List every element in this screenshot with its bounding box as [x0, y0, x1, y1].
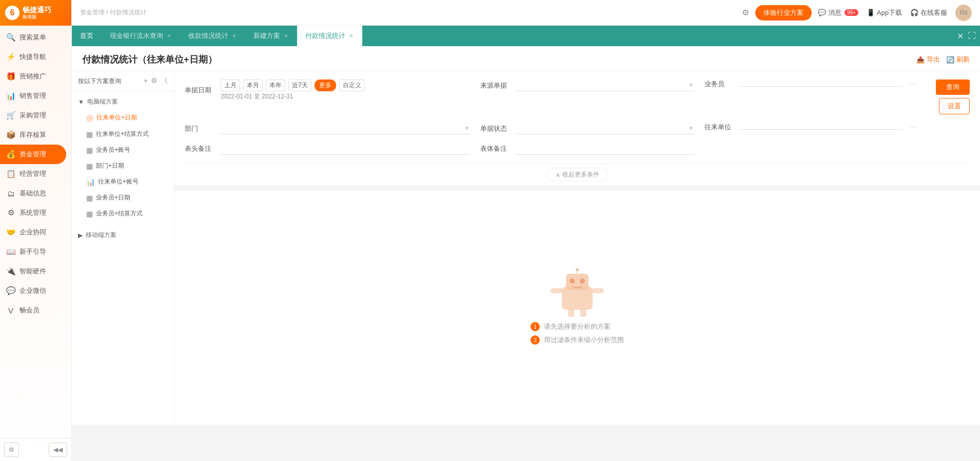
- salesman-select[interactable]: [740, 82, 903, 87]
- refresh-button[interactable]: 🔄 刷新: [946, 55, 970, 64]
- settings-button[interactable]: 设置: [939, 98, 970, 114]
- voucher-date-field: 单据日期 上月 本月 本年 近7天 更多 自定义 20: [185, 79, 470, 101]
- step-1-text: 请先选择要分析的方案: [544, 320, 611, 333]
- sidebar-item-weixin[interactable]: 💬 企业微信: [0, 281, 71, 300]
- sidebar-item-label: 经营管理: [19, 169, 46, 178]
- step-1-num: 1: [531, 322, 540, 331]
- customer-service-label: 在线客服: [920, 8, 947, 17]
- sidebar-item-inventory[interactable]: 📦 库存核算: [0, 125, 71, 145]
- sidebar-item-collab[interactable]: 🤝 企业协同: [0, 223, 71, 242]
- counterpart-select[interactable]: [740, 125, 903, 130]
- query-button[interactable]: 查询: [936, 79, 970, 95]
- svg-point-2: [570, 278, 575, 284]
- sidebar-item-hardware[interactable]: 🔌 智能硬件: [0, 262, 71, 281]
- sidebar-item-basicinfo[interactable]: 🗂 基础信息: [0, 184, 71, 203]
- tab-cashflow-close[interactable]: ×: [166, 31, 172, 41]
- schema-item-counterpart-settlement[interactable]: ▦ 往来单位+结算方式: [72, 126, 174, 142]
- left-panel-title: 按以下方案查询: [78, 77, 121, 86]
- schema-item-label: 部门+日期: [96, 162, 124, 170]
- schema-item-staff-date[interactable]: ▦ 业务员+日期: [72, 190, 174, 206]
- export-button[interactable]: 📤 导出: [916, 55, 940, 64]
- customer-service-action[interactable]: 🎧 在线客服: [910, 8, 947, 17]
- sidebar-item-search[interactable]: 🔍 搜索菜单: [0, 28, 71, 47]
- schema-item-counterpart-date[interactable]: ◎ 往来单位+日期: [72, 109, 174, 126]
- trial-button[interactable]: 体验行业方案: [755, 5, 812, 21]
- user-avatar[interactable]: Rit: [955, 5, 972, 21]
- schema-item-staff-account[interactable]: ▦ 业务员+账号: [72, 142, 174, 158]
- svg-point-9: [576, 269, 579, 271]
- more-btn[interactable]: 更多: [315, 79, 336, 91]
- page-header-actions: 📤 导出 🔄 刷新: [916, 55, 970, 64]
- add-schema-button[interactable]: +: [144, 76, 148, 86]
- book-icon: 📖: [6, 247, 15, 256]
- refresh-icon: 🔄: [946, 56, 954, 64]
- voucher-date-label: 单据日期: [185, 86, 215, 95]
- counterpart-field: 往来单位 ···: [704, 123, 918, 132]
- sidebar-item-marketing[interactable]: 🎁 营销推广: [0, 67, 71, 86]
- maximize-button[interactable]: ⛶: [968, 31, 976, 41]
- schema-item-counterpart-account[interactable]: 📊 往来单位+账号: [72, 174, 174, 190]
- curr-month-btn[interactable]: 本月: [243, 79, 263, 91]
- collapse-left-button[interactable]: 《: [161, 76, 168, 86]
- settings-icon[interactable]: ⚙: [742, 8, 749, 17]
- sidebar-item-guide[interactable]: 📖 新手引导: [0, 242, 71, 262]
- sidebar-item-sales[interactable]: 📊 销售管理: [0, 86, 71, 106]
- sidebar-item-finance[interactable]: 💰 资金管理: [0, 145, 66, 164]
- counterpart-more-button[interactable]: ···: [908, 123, 918, 132]
- sidebar-nav: 🔍 搜索菜单 ⚡ 快捷导航 🎁 营销推广 📊 销售管理 🛒 采购管理 📦 库存核…: [0, 26, 71, 438]
- message-badge: 99+: [845, 9, 858, 16]
- desktop-schema-section: ▼ 电脑端方案 ◎ 往来单位+日期 ▦ 往来单位+结算方式 ▦ 业务员+账号: [72, 91, 174, 225]
- folder-icon: 🗂: [6, 189, 15, 198]
- svg-rect-6: [551, 288, 563, 293]
- source-voucher-select[interactable]: ▼: [516, 79, 694, 91]
- close-all-tabs-button[interactable]: ✕: [957, 31, 964, 41]
- header-note-input[interactable]: [221, 143, 470, 155]
- tab-cashflow[interactable]: 现金银行流水查询 ×: [102, 26, 180, 46]
- tab-payment-close[interactable]: ×: [348, 31, 354, 41]
- date-range-display: 2022-01-01 至 2022-12-31: [221, 92, 470, 101]
- tab-payment-label: 付款情况统计: [305, 31, 345, 41]
- tab-new-plan-close[interactable]: ×: [283, 31, 289, 41]
- schema-item-dept-date[interactable]: ▦ 部门+日期: [72, 158, 174, 174]
- desktop-section-title[interactable]: ▼ 电脑端方案: [72, 94, 174, 109]
- tab-receipt[interactable]: 收款情况统计 ×: [180, 26, 245, 46]
- curr-year-btn[interactable]: 本年: [266, 79, 285, 91]
- collapse-icon: ∧: [556, 171, 560, 178]
- body-note-input[interactable]: [516, 143, 694, 155]
- sidebar-item-quicknav[interactable]: ⚡ 快捷导航: [0, 47, 71, 67]
- tab-receipt-close[interactable]: ×: [231, 31, 237, 41]
- message-action[interactable]: 💬 消息 99+: [818, 8, 858, 17]
- tab-home[interactable]: 首页: [72, 26, 102, 46]
- sidebar-item-label: 基础信息: [19, 189, 46, 198]
- tab-payment[interactable]: 付款情况统计 ×: [297, 26, 362, 46]
- dept-label: 部门: [185, 124, 215, 133]
- body-note-label: 表体备注: [480, 144, 511, 153]
- schema-icon: ▦: [86, 210, 93, 218]
- sidebar-item-vip[interactable]: V 畅会员: [0, 300, 71, 320]
- salesman-more-button[interactable]: ···: [908, 79, 918, 89]
- breadcrumb: 资金管理 / 付款情况统计: [80, 8, 736, 17]
- prev-month-btn[interactable]: 上月: [221, 79, 240, 91]
- search-icon: 🔍: [6, 33, 15, 42]
- service-icon: 🎧: [910, 9, 918, 16]
- sidebar-item-operations[interactable]: 📋 经营管理: [0, 164, 71, 184]
- sidebar-settings-button[interactable]: ⚙: [4, 443, 19, 457]
- content-area: 按以下方案查询 + ⚙ 《 ▼ 电脑端方案 ◎ 往来单位+日期: [72, 71, 980, 425]
- dept-select[interactable]: ▼: [221, 123, 470, 134]
- custom-btn[interactable]: 自定义: [339, 79, 365, 91]
- schema-settings-button[interactable]: ⚙: [151, 76, 158, 86]
- last7-btn[interactable]: 近7天: [288, 79, 311, 91]
- voucher-status-select[interactable]: ▼: [516, 123, 694, 134]
- sidebar-collapse-button[interactable]: ◀◀: [49, 443, 67, 457]
- tab-new-plan[interactable]: 新建方案 ×: [245, 26, 297, 46]
- schema-item-staff-settlement[interactable]: ▦ 业务员+结算方式: [72, 206, 174, 222]
- body-note-field: 表体备注: [480, 143, 694, 155]
- collapse-more-button[interactable]: ∧ 收起更多条件: [547, 168, 608, 182]
- sidebar-item-system[interactable]: ⚙ 系统管理: [0, 203, 71, 223]
- sidebar-item-purchase[interactable]: 🛒 采购管理: [0, 106, 71, 125]
- step-2-text: 用过滤条件来缩小分析范围: [544, 333, 624, 347]
- app-download-action[interactable]: 📱 App下载: [867, 8, 902, 17]
- mobile-section-title[interactable]: ▶ 移动端方案: [72, 228, 174, 243]
- schema-item-label: 往来单位+结算方式: [96, 130, 149, 138]
- money-icon: 💰: [6, 150, 15, 159]
